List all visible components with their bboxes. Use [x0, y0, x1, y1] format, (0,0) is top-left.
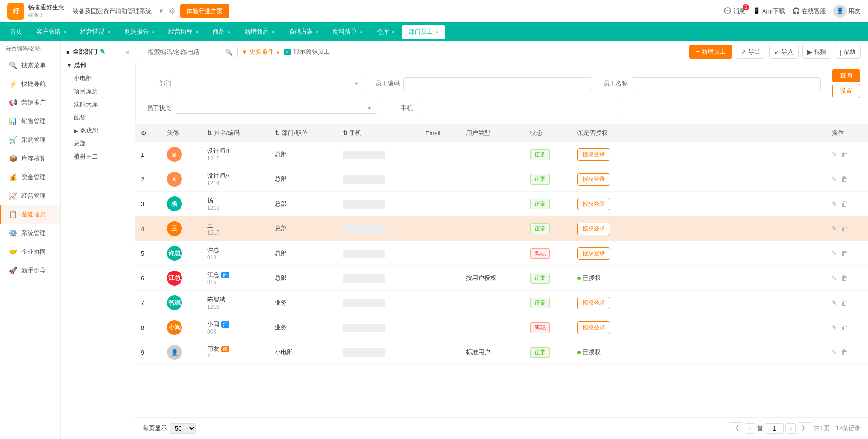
emp-status-input[interactable]: ▼	[175, 103, 377, 114]
show-resigned-toggle[interactable]: ✓ 显示离职员工	[284, 48, 330, 56]
export-button[interactable]: ↗ 导出	[736, 45, 765, 59]
nav-tab-客户联络[interactable]: 客户联络×	[30, 25, 73, 39]
phone-input[interactable]	[417, 102, 619, 114]
col-dept[interactable]: ⇅ 部门/职位	[269, 124, 337, 142]
edit-icon[interactable]: ✎	[832, 200, 837, 208]
show-resigned-checkbox[interactable]: ✓	[284, 49, 291, 55]
left-nav-item-shortcut[interactable]: ⚡快捷导航	[0, 75, 60, 93]
trial-button[interactable]: 体验行业方案	[180, 4, 229, 18]
tab-close-新增商品[interactable]: ×	[271, 29, 274, 35]
edit-icon[interactable]: ✎	[832, 225, 837, 232]
left-nav-item-purchase[interactable]: 🛒采购管理	[0, 131, 60, 149]
add-employee-button[interactable]: + 新增员工	[689, 45, 732, 59]
tree-item-总部[interactable]: ▼总部	[61, 59, 135, 72]
nav-tab-利润报告[interactable]: 利润报告×	[118, 25, 161, 39]
left-nav-item-marketing[interactable]: 📢营销推广	[0, 93, 60, 112]
tab-close-条码方案[interactable]: ×	[316, 29, 319, 35]
left-nav-item-guide[interactable]: 🚀新手引导	[0, 261, 60, 280]
tree-collapse-icon[interactable]: «	[126, 49, 129, 56]
tab-close-物料清单[interactable]: ×	[360, 29, 362, 35]
message-button[interactable]: 💬 消息 6	[724, 7, 745, 15]
set-button[interactable]: 设置	[832, 84, 860, 98]
system-dropdown-icon[interactable]: ▼	[158, 7, 164, 14]
left-nav-item-system[interactable]: ⚙️系统管理	[0, 224, 60, 243]
search-filter-input[interactable]: 🔍	[143, 46, 238, 58]
tree-item-小电部[interactable]: 小电部	[61, 72, 135, 85]
col-settings[interactable]: ⚙	[135, 124, 161, 142]
per-page-select[interactable]: 50 20 100	[170, 423, 196, 434]
more-conditions-btn[interactable]: ▼ 更多条件 ∧	[242, 48, 280, 56]
auth-login-btn[interactable]: 授权登录	[577, 321, 610, 334]
auth-login-btn[interactable]: 授权登录	[577, 148, 610, 161]
left-nav-item-search[interactable]: 🔍搜索菜单	[0, 56, 60, 75]
delete-icon[interactable]: 🗑	[841, 324, 847, 331]
left-nav-item-finance[interactable]: 💰资金管理	[0, 168, 60, 187]
sidebar-search-input[interactable]	[6, 45, 61, 52]
emp-code-input[interactable]	[403, 77, 593, 90]
auth-login-btn[interactable]: 授权登录	[577, 173, 610, 186]
edit-icon[interactable]: ✎	[832, 299, 837, 307]
emp-code-text-input[interactable]	[409, 80, 588, 87]
col-phone[interactable]: ⇅ 手机	[337, 124, 420, 142]
delete-icon[interactable]: 🗑	[841, 274, 847, 282]
user-menu[interactable]: 👤 用友	[833, 5, 861, 18]
tab-close-部门员工[interactable]: ×	[436, 29, 438, 35]
left-nav-item-operation[interactable]: 📈经营管理	[0, 187, 60, 205]
query-button[interactable]: 查询	[832, 69, 860, 82]
tab-close-商品[interactable]: ×	[228, 29, 230, 35]
delete-icon[interactable]: 🗑	[841, 348, 847, 356]
nav-tab-经营情况[interactable]: 经营情况×	[74, 25, 117, 39]
auth-login-btn[interactable]: 授权登录	[577, 223, 610, 235]
left-nav-item-collab[interactable]: 🤝企业协同	[0, 243, 60, 261]
delete-icon[interactable]: 🗑	[841, 225, 847, 232]
auth-login-btn[interactable]: 授权登录	[577, 297, 610, 309]
nav-tab-物料清单[interactable]: 物料清单×	[326, 25, 369, 39]
left-nav-item-stock[interactable]: 📦库存核算	[0, 149, 60, 168]
edit-icon[interactable]: ✎	[832, 250, 837, 257]
auth-login-btn[interactable]: 授权登录	[577, 198, 610, 210]
nav-tab-首页[interactable]: 首页	[4, 25, 29, 39]
left-nav-item-basic[interactable]: 📋基础信息	[0, 205, 60, 224]
auth-login-btn[interactable]: 授权登录	[577, 247, 610, 260]
tab-close-经营历程[interactable]: ×	[195, 29, 198, 35]
dept-input[interactable]: ▼	[175, 78, 364, 89]
col-name[interactable]: ⇅ 姓名/编码	[201, 124, 269, 142]
nav-tab-条码方案[interactable]: 条码方案×	[282, 25, 325, 39]
nav-tab-部门员工[interactable]: 部门员工×	[402, 25, 445, 39]
view-button[interactable]: ▶ 视频	[802, 45, 831, 59]
tree-item-配货[interactable]: 配货	[61, 111, 135, 124]
edit-icon[interactable]: ✎	[832, 274, 837, 282]
emp-name-input[interactable]	[632, 77, 821, 90]
tab-close-经营情况[interactable]: ×	[107, 29, 110, 35]
nav-tab-商品[interactable]: 商品×	[206, 25, 237, 39]
current-page-input[interactable]	[765, 423, 784, 434]
first-page-btn[interactable]: 《	[729, 422, 743, 434]
edit-icon[interactable]: ✎	[832, 348, 837, 356]
tree-item-双虎想[interactable]: ▶双虎想	[61, 124, 135, 137]
app-download-button[interactable]: 📱 App下载	[753, 7, 785, 15]
tree-item-项目库房[interactable]: 项目库房	[61, 85, 135, 98]
help-button[interactable]: | 帮助	[835, 45, 861, 59]
delete-icon[interactable]: 🗑	[841, 299, 847, 307]
tab-close-仓库[interactable]: ×	[392, 29, 395, 35]
tree-item-沈阳大库[interactable]: 沈阳大库	[61, 98, 135, 111]
left-nav-item-sales[interactable]: 📊销售管理	[0, 112, 60, 131]
nav-tab-经营历程[interactable]: 经营历程×	[162, 25, 205, 39]
emp-name-text-input[interactable]	[637, 80, 816, 87]
prev-page-btn[interactable]: ‹	[745, 423, 755, 434]
last-page-btn[interactable]: 》	[798, 422, 812, 434]
edit-icon[interactable]: ✎	[832, 175, 837, 183]
edit-icon[interactable]: ✎	[832, 151, 837, 158]
delete-icon[interactable]: 🗑	[841, 250, 847, 257]
tree-item-总部[interactable]: 总部	[61, 137, 135, 150]
edit-icon[interactable]: ✎	[832, 324, 837, 331]
phone-text-input[interactable]	[422, 105, 614, 111]
tab-close-利润报告[interactable]: ×	[152, 29, 154, 35]
nav-tab-仓库[interactable]: 仓库×	[370, 25, 401, 39]
tab-close-客户联络[interactable]: ×	[63, 29, 66, 35]
online-support-button[interactable]: 🎧 在线客服	[792, 7, 826, 15]
delete-icon[interactable]: 🗑	[841, 175, 847, 183]
settings-icon[interactable]: ⚙	[169, 7, 175, 15]
tree-edit-icon[interactable]: ✎	[100, 48, 105, 56]
tree-item-植树王二[interactable]: 植树王二	[61, 150, 135, 163]
